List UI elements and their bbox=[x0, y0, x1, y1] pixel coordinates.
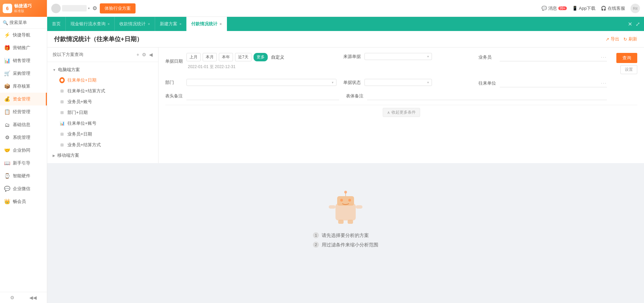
enterprise-icon: 🤝 bbox=[4, 147, 10, 153]
sidebar-item-guide[interactable]: 📖 新手引导 bbox=[0, 157, 47, 170]
dept-label: 部门 bbox=[165, 80, 184, 86]
partner-dots-btn[interactable]: ··· bbox=[601, 80, 607, 86]
scheme-item-partner-settlement[interactable]: ⊞ 往来单位+结算方式 bbox=[47, 86, 158, 96]
sidebar-item-sales[interactable]: 📊 销售管理 bbox=[0, 54, 47, 67]
sidebar-item-hardware[interactable]: ⌚ 智能硬件 bbox=[0, 170, 47, 182]
tab-home[interactable]: 首页 bbox=[47, 17, 66, 31]
scheme-item-dept-date[interactable]: ⊞ 部门+日期 bbox=[47, 107, 158, 118]
app-download-btn[interactable]: 📱 App下载 bbox=[572, 5, 595, 11]
sidebar-item-label: 基础信息 bbox=[13, 122, 30, 128]
tab-payment-stats-close[interactable]: × bbox=[219, 22, 222, 26]
date-more-btn[interactable]: 更多 bbox=[254, 53, 268, 61]
source-select[interactable]: ▾ bbox=[364, 53, 432, 60]
sales-icon: 📊 bbox=[4, 58, 10, 64]
add-scheme-btn[interactable]: + bbox=[137, 52, 139, 57]
filter-row-1: 单据日期 上月 本月 本年 近7天 更多 自定义 2022-01-01 至 20… bbox=[165, 53, 637, 74]
footer-collapse-btn[interactable]: ◀◀ bbox=[29, 295, 37, 300]
trial-btn[interactable]: 体验行业方案 bbox=[100, 3, 136, 13]
scheme-item-salesman-settlement[interactable]: ⊞ 业务员+结算方式 bbox=[47, 140, 158, 150]
date-this-month-btn[interactable]: 本月 bbox=[203, 53, 217, 61]
tab-bank-flow-label: 现金银行流水查询 bbox=[70, 21, 106, 27]
sidebar-item-operations[interactable]: 📋 经营管理 bbox=[0, 105, 47, 118]
search-menu[interactable]: 🔍 搜索菜单 bbox=[0, 17, 47, 29]
empty-text: 1 请先选择要分析的方案 2 用过滤条件来缩小分析范围 bbox=[313, 231, 378, 249]
tab-close-all-btn[interactable]: ✕ bbox=[626, 20, 634, 28]
tab-maximize-btn[interactable]: ⤢ bbox=[634, 20, 641, 28]
collapse-bar: ∧ 收起更多条件 bbox=[165, 105, 637, 120]
header-note-field: 表头备注 bbox=[165, 92, 339, 100]
scheme-item-partner-date[interactable]: 往来单位+日期 bbox=[47, 75, 158, 86]
date-last-month-btn[interactable]: 上月 bbox=[186, 53, 201, 61]
sidebar-item-enterprise[interactable]: 🤝 企业协同 bbox=[0, 144, 47, 157]
tab-new-scheme-label: 新建方案 bbox=[160, 21, 177, 27]
svg-rect-6 bbox=[329, 205, 335, 209]
sidebar-item-label: 企业微信 bbox=[13, 186, 30, 192]
collapse-label: 收起更多条件 bbox=[391, 110, 416, 115]
scheme-group-mobile-title[interactable]: ▶ 移动端方案 bbox=[47, 150, 158, 160]
grid-icon-3: ⊞ bbox=[59, 110, 65, 115]
tab-new-scheme[interactable]: 新建方案 × bbox=[155, 17, 186, 31]
sidebar-collapse-btn[interactable]: ◀ bbox=[149, 52, 153, 57]
sidebar-item-finance[interactable]: 💰 资金管理 bbox=[0, 93, 47, 105]
status-select[interactable]: ▾ bbox=[364, 79, 432, 86]
logo-icon: 6 bbox=[3, 4, 12, 13]
scheme-group-desktop-title[interactable]: ▼ 电脑端方案 bbox=[47, 65, 158, 75]
tab-bank-flow-close[interactable]: × bbox=[108, 22, 110, 26]
scheme-item-label: 业务员+日期 bbox=[67, 131, 92, 137]
partner-label: 往来单位 bbox=[478, 80, 497, 86]
service-icon: 🎧 bbox=[601, 6, 606, 11]
finance-icon: 💰 bbox=[4, 96, 10, 102]
scheme-settings-btn[interactable]: ⚙ bbox=[142, 52, 146, 57]
scheme-item-partner-account[interactable]: 📊 往来单位+账号 bbox=[47, 118, 158, 129]
sidebar-item-base-info[interactable]: 🗂 基础信息 bbox=[0, 118, 47, 131]
tab-payment-stats[interactable]: 付款情况统计 × bbox=[186, 17, 227, 31]
hardware-icon: ⌚ bbox=[4, 173, 10, 179]
salesman-dots-btn[interactable]: ··· bbox=[601, 54, 607, 60]
header-note-input[interactable] bbox=[186, 92, 339, 100]
date-last-7days-btn[interactable]: 近7天 bbox=[235, 53, 252, 61]
filter-settings-btn[interactable]: 设置 bbox=[620, 65, 637, 74]
footer-gear-btn[interactable]: ⚙ bbox=[10, 295, 14, 300]
profile-name: name bbox=[62, 5, 87, 11]
export-label: 导出 bbox=[611, 36, 619, 42]
page-header-actions: ↗ 导出 ↻ 刷新 bbox=[606, 36, 637, 42]
tab-receivable[interactable]: 收款情况统计 × bbox=[115, 17, 155, 31]
quick-nav-icon: ⚡ bbox=[4, 32, 10, 38]
date-this-year-btn[interactable]: 本年 bbox=[219, 53, 233, 61]
scheme-item-salesman-account[interactable]: ⊞ 业务员+账号 bbox=[47, 96, 158, 107]
export-icon: ↗ bbox=[606, 37, 609, 42]
tab-bank-flow[interactable]: 现金银行流水查询 × bbox=[66, 17, 115, 31]
sidebar-item-purchase[interactable]: 🛒 采购管理 bbox=[0, 67, 47, 80]
grid-icon-4: ⊞ bbox=[59, 131, 65, 137]
search-icon: 🔍 bbox=[3, 20, 8, 25]
sidebar-item-marketing[interactable]: 🎁 营销推广 bbox=[0, 41, 47, 54]
message-btn[interactable]: 💬 消息 99+ bbox=[541, 5, 567, 11]
collapse-conditions-btn[interactable]: ∧ 收起更多条件 bbox=[383, 108, 420, 117]
online-service-btn[interactable]: 🎧 在线客服 bbox=[601, 5, 625, 11]
sidebar-footer: ⚙ ◀◀ bbox=[0, 292, 47, 303]
sidebar-item-quick-nav[interactable]: ⚡ 快捷导航 bbox=[0, 29, 47, 41]
tab-receivable-close[interactable]: × bbox=[148, 22, 150, 26]
sidebar-item-system[interactable]: ⚙ 系统管理 bbox=[0, 131, 47, 144]
settings-icon[interactable]: ⚙ bbox=[92, 5, 97, 11]
scheme-item-label: 往来单位+结算方式 bbox=[67, 88, 105, 94]
page-header: 付款情况统计（往来单位+日期） ↗ 导出 ↻ 刷新 bbox=[47, 31, 644, 48]
sidebar-item-inventory[interactable]: 📦 库存核算 bbox=[0, 80, 47, 93]
query-btn[interactable]: 查询 bbox=[616, 53, 637, 63]
scheme-item-label: 业务员+账号 bbox=[67, 99, 92, 105]
body-note-input[interactable] bbox=[367, 92, 607, 100]
profile-section[interactable]: name ▾ bbox=[51, 4, 90, 13]
hint-num-1: 1 bbox=[313, 232, 319, 238]
user-avatar[interactable]: Rit bbox=[631, 4, 640, 13]
filter-sidebar-header: 按以下方案查询 + ⚙ ◀ bbox=[47, 48, 158, 62]
mobile-group-label: 移动端方案 bbox=[57, 152, 79, 158]
tab-new-scheme-close[interactable]: × bbox=[179, 22, 181, 26]
scheme-item-salesman-date[interactable]: ⊞ 业务员+日期 bbox=[47, 129, 158, 140]
sidebar-item-wechat[interactable]: 💬 企业微信 bbox=[0, 182, 47, 195]
scheme-item-label: 业务员+结算方式 bbox=[67, 142, 101, 148]
export-btn[interactable]: ↗ 导出 bbox=[606, 36, 619, 42]
dept-select[interactable]: ▾ bbox=[186, 79, 336, 86]
empty-state: 1 请先选择要分析的方案 2 用过滤条件来缩小分析范围 bbox=[47, 163, 644, 276]
refresh-btn[interactable]: ↻ 刷新 bbox=[623, 36, 637, 42]
sidebar-item-member[interactable]: 👑 畅会员 bbox=[0, 195, 47, 208]
